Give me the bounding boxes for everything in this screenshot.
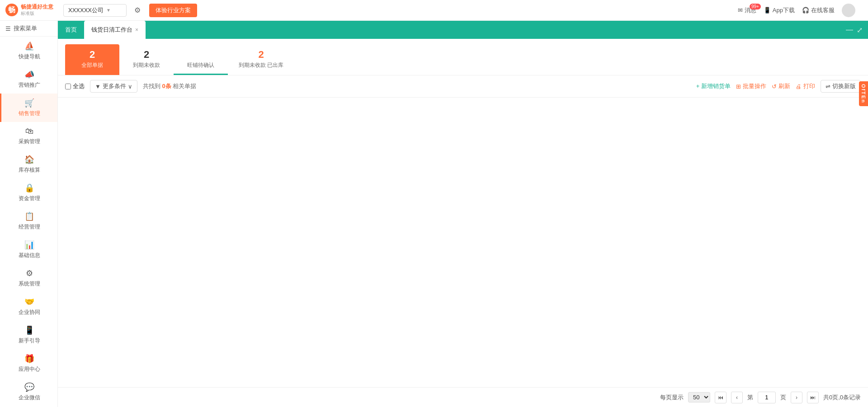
operations-icon: 📋	[24, 211, 34, 221]
sidebar-item-guide[interactable]: 📱 新手引导	[0, 321, 57, 349]
wechat-icon: 💬	[24, 382, 34, 392]
messages-item[interactable]: ✉ 消息 99+	[738, 6, 756, 14]
select-all-checkbox[interactable]: 全选	[65, 82, 85, 90]
stat-wangpu-num: 0	[198, 49, 203, 61]
base-info-icon: 📊	[24, 240, 34, 250]
switch-label: 切换新版	[832, 82, 856, 90]
sidebar-item-quick-nav[interactable]: ⛵ 快捷导航	[0, 37, 57, 65]
switch-icon: ⇌	[826, 83, 830, 90]
sidebar-item-wechat[interactable]: 💬 企业微信	[0, 378, 57, 406]
stat-overdue-num: 2	[144, 49, 149, 61]
sidebar-item-label: 系统管理	[19, 280, 40, 288]
sidebar-item-label: 采购管理	[19, 138, 40, 145]
settings-icon[interactable]: ⚙	[130, 3, 145, 18]
app-center-icon: 🎁	[24, 354, 34, 364]
stat-overdue-label: 到期未收款	[133, 61, 160, 69]
logo-area: 畅 畅捷通好生意 标准版	[5, 4, 63, 16]
batch-operation-button[interactable]: ⊞ 批量操作	[736, 82, 766, 90]
next-page-button[interactable]: ›	[791, 392, 802, 403]
messages-badge: 99+	[750, 4, 761, 9]
sidebar-item-label: 快捷导航	[19, 53, 40, 61]
page-number-input[interactable]	[758, 392, 776, 403]
top-header: 畅 畅捷通好生意 标准版 XXXXXX公司 ▼ ⚙ 体验行业方案 ✉ 消息 99…	[0, 0, 868, 21]
result-text: 共找到 0条 相关单据	[143, 82, 196, 90]
tab-workbench-label: 钱货日清工作台	[91, 26, 132, 34]
cooperation-icon: 🤝	[24, 297, 34, 307]
sidebar-item-sales[interactable]: 🛒 销售管理	[0, 94, 57, 122]
add-sales-button[interactable]: + 新增销货单	[696, 82, 731, 90]
result-prefix: 共找到	[143, 83, 160, 89]
sidebar-item-inventory[interactable]: 🏠 库存核算	[0, 150, 57, 178]
filter-label: 更多条件	[103, 82, 126, 90]
tab-expand-icon[interactable]: ⤢	[857, 26, 863, 34]
stat-wangpu[interactable]: 0 旺铺待确认	[174, 44, 228, 75]
page-label: 第	[747, 393, 753, 402]
toolbar-right: + 新增销货单 ⊞ 批量操作 ↺ 刷新 🖨 打印 ⇌	[696, 80, 861, 93]
sidebar-item-label: 应用中心	[19, 365, 40, 373]
app-download-item[interactable]: 📱 App下载	[764, 6, 795, 14]
tab-bar-right: — ⤢	[840, 26, 868, 34]
purchase-icon: 🛍	[25, 126, 33, 136]
sidebar-item-app-center[interactable]: 🎁 应用中心	[0, 349, 57, 378]
tab-home-label: 首页	[65, 26, 77, 34]
last-page-button[interactable]: ⏭	[807, 392, 819, 403]
sidebar: ☰ 搜索菜单 ⛵ 快捷导航 📣 营销推广 🛒 销售管理 🛍 采购管理 🏠 库存核…	[0, 21, 58, 407]
tab-close-icon[interactable]: ×	[135, 27, 138, 33]
often-badge[interactable]: OfTEn	[859, 81, 868, 106]
sidebar-item-system[interactable]: ⚙ 系统管理	[0, 264, 57, 292]
stat-unshipped-label: 到期未收款 已出库	[239, 61, 283, 69]
company-name: XXXXXX公司	[68, 6, 104, 14]
filter-icon: ▼	[95, 83, 101, 90]
table-area	[58, 98, 868, 387]
print-label: 打印	[803, 82, 815, 90]
tab-workbench[interactable]: 钱货日清工作台 ×	[84, 21, 146, 39]
header-right: ✉ 消息 99+ 📱 App下载 🎧 在线客服	[738, 4, 863, 17]
system-icon: ⚙	[26, 268, 33, 278]
per-page-label: 每页显示	[660, 393, 684, 402]
sidebar-item-purchase[interactable]: 🛍 采购管理	[0, 122, 57, 150]
sidebar-item-label: 企业协同	[19, 309, 40, 316]
trial-button[interactable]: 体验行业方案	[149, 4, 197, 17]
print-icon: 🖨	[796, 83, 802, 90]
sidebar-item-operations[interactable]: 📋 经营管理	[0, 207, 57, 235]
marketing-icon: 📣	[24, 70, 34, 80]
toolbar: 全选 ▼ 更多条件 ∨ 共找到 0条 相关单据 + 新增销货单	[58, 75, 868, 98]
logo-sub: 标准版	[21, 10, 53, 17]
stat-all-label: 全部单据	[81, 61, 103, 69]
tab-bar: 首页 钱货日清工作台 × — ⤢	[58, 21, 868, 39]
batch-icon: ⊞	[736, 83, 741, 90]
filter-button[interactable]: ▼ 更多条件 ∨	[90, 80, 137, 93]
sidebar-item-label: 企业微信	[19, 394, 40, 402]
sidebar-item-label: 新手引导	[19, 337, 40, 345]
stat-all[interactable]: 2 全部单据	[65, 44, 119, 75]
tab-home[interactable]: 首页	[58, 21, 84, 39]
per-page-select[interactable]: 50	[688, 392, 710, 402]
online-service-item[interactable]: 🎧 在线客服	[802, 6, 835, 14]
stat-overdue-unshipped[interactable]: 2 到期未收款 已出库	[228, 44, 294, 75]
select-all-input[interactable]	[65, 84, 71, 89]
company-selector[interactable]: XXXXXX公司 ▼	[63, 4, 127, 17]
stat-unshipped-num: 2	[259, 49, 264, 61]
search-menu[interactable]: ☰ 搜索菜单	[0, 21, 57, 37]
first-page-button[interactable]: ⏮	[715, 392, 726, 403]
tab-minimize-icon[interactable]: —	[846, 26, 853, 34]
quick-nav-icon: ⛵	[24, 41, 34, 51]
result-suffix: 相关单据	[173, 83, 196, 89]
finance-icon: 🔒	[24, 183, 34, 193]
company-arrow: ▼	[106, 8, 111, 13]
sidebar-item-label: 库存核算	[19, 166, 40, 174]
avatar[interactable]	[842, 4, 855, 17]
refresh-button[interactable]: ↺ 刷新	[772, 82, 790, 90]
sidebar-item-finance[interactable]: 🔒 资金管理	[0, 178, 57, 207]
sidebar-item-cooperation[interactable]: 🤝 企业协同	[0, 292, 57, 321]
logo-text-area: 畅捷通好生意 标准版	[21, 4, 53, 16]
pagination-bar: 每页显示 50 ⏮ ‹ 第 页 › ⏭ 共0页,0条记录	[58, 387, 868, 407]
stat-overdue-unpaid[interactable]: 2 到期未收款	[119, 44, 174, 75]
sidebar-item-label: 销售管理	[19, 110, 40, 117]
sidebar-item-base-info[interactable]: 📊 基础信息	[0, 235, 57, 264]
logo-icon: 畅	[5, 4, 18, 16]
sidebar-item-marketing[interactable]: 📣 营销推广	[0, 65, 57, 94]
prev-page-button[interactable]: ‹	[731, 392, 743, 403]
print-button[interactable]: 🖨 打印	[796, 82, 815, 90]
switch-version-button[interactable]: ⇌ 切换新版	[821, 80, 861, 93]
